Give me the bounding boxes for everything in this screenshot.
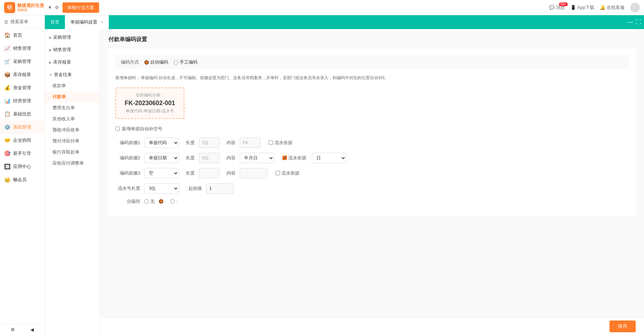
sub-item-adjustment[interactable]: 应收应付调整单 (45, 158, 100, 169)
sidebar-item-management[interactable]: 📊 经营管理 (0, 94, 45, 108)
sep-none-radio[interactable] (144, 199, 149, 204)
sub-header-purchase-label: 采购管理 (53, 34, 71, 40)
collapse-icon[interactable]: ◀ (30, 327, 34, 332)
sidebar-item-member[interactable]: 👑 畅会员 (0, 173, 45, 186)
stream2-unit-select[interactable]: 日 (312, 153, 346, 163)
sep-dot-radio[interactable] (170, 199, 175, 204)
separator-row: 分隔符 无 · · (115, 198, 629, 205)
sidebar-item-basic[interactable]: 📋 基础信息 (0, 108, 45, 121)
settings-bottom-icon[interactable]: ⚙ (11, 327, 15, 332)
auto-code-option[interactable]: 自动编码 (144, 59, 168, 65)
purchase-icon: 🛒 (4, 58, 10, 65)
arrow-sales: ▶ (49, 48, 52, 52)
sub-item-other-income[interactable]: 其他收入单 (45, 113, 100, 124)
sidebar-item-apps[interactable]: 🔲 应用中心 (0, 160, 45, 173)
stream1-checkbox[interactable] (269, 140, 273, 145)
sub-header-purchase[interactable]: ▶ 采购管理 (45, 32, 100, 43)
basic-icon: 📋 (4, 111, 10, 117)
sub-item-payment[interactable]: 付款单 (45, 91, 100, 102)
sub-header-funds-label: 资金往来 (54, 72, 72, 78)
settings-icon[interactable]: ⚙ (55, 5, 59, 10)
sidebar-item-purchase[interactable]: 🛒 采购管理 (0, 55, 45, 68)
sub-item-bank[interactable]: 银行存取款单 (45, 147, 100, 158)
search-menu-label: 搜索菜单 (10, 19, 28, 25)
length2-input (199, 153, 220, 163)
sub-item-expense[interactable]: 费用支出单 (45, 102, 100, 113)
sidebar-label-sales: 销售管理 (13, 45, 31, 52)
user-avatar[interactable] (630, 3, 640, 12)
tab-close-icon[interactable]: × (101, 20, 103, 25)
sub-item-pre-receivable[interactable]: 预收冲应收单 (45, 124, 100, 136)
content2-select[interactable]: 年月日 (240, 153, 274, 163)
search-menu[interactable]: ☰ 搜索菜单 (0, 15, 45, 29)
sub-group-funds: ▼ 资金往来 收款单 付款单 费用支出单 其他收入单 预收冲应收单 预付冲应付单… (45, 69, 100, 169)
prefix2-label: 编码前缀2 (115, 155, 140, 161)
auto-code-radio[interactable] (144, 60, 149, 65)
sidebar-label-inventory: 库存核算 (13, 72, 31, 78)
auto-fill-row: 新增单据自动补空号 (115, 126, 629, 132)
sales-icon: 📈 (4, 45, 10, 52)
manual-code-radio[interactable] (174, 60, 178, 65)
start-value-input[interactable] (206, 183, 234, 194)
sidebar-item-inventory[interactable]: 📦 库存核算 (0, 68, 45, 81)
tab-maximize-icon[interactable]: ⛶ (636, 19, 641, 25)
download-icon: 📱 (570, 5, 576, 10)
stream3-checkbox[interactable] (276, 171, 280, 175)
experience-button[interactable]: 体验行业方案 (63, 2, 99, 13)
sub-header-sales[interactable]: ▶ 销售管理 (45, 44, 100, 55)
prefix3-row: 编码前缀3 空 长度 内容 流水依据 (115, 168, 629, 178)
tab-coding-settings[interactable]: 单据编码设置 × (65, 15, 109, 29)
prefix1-select[interactable]: 单据代码 (144, 138, 179, 148)
content3-input[interactable] (240, 168, 267, 178)
search-icon: ☰ (4, 19, 8, 25)
sidebar-label-member: 畅会员 (13, 177, 27, 183)
app-download-label: App下载 (577, 4, 594, 11)
save-button[interactable]: 保存 (609, 320, 636, 332)
sub-item-pre-payable[interactable]: 预付冲应付单 (45, 136, 100, 147)
tab-home-label: 首页 (50, 19, 59, 25)
tab-bar: 首页 单据编码设置 × — ⛶ (45, 15, 644, 29)
sidebar-label-home: 首页 (13, 32, 22, 38)
finance-icon: 💰 (4, 85, 10, 91)
sidebar-item-home[interactable]: 🏠 首页 (0, 29, 45, 42)
sidebar-label-basic: 基础信息 (13, 111, 31, 117)
sidebar-item-guide[interactable]: 🎯 新手引导 (0, 147, 45, 160)
messages-badge: 99+ (559, 2, 568, 6)
messages-item[interactable]: 💬 消息 99+ (549, 4, 565, 11)
stream3-label: 流水依据 (281, 170, 299, 176)
stream2-checkbox[interactable] (282, 156, 287, 160)
online-service-item[interactable]: 🔔 在线客服 (600, 4, 625, 11)
sep-none-label: 无 (150, 198, 155, 205)
tab-minimize-icon[interactable]: — (627, 19, 633, 25)
sub-sidebar: ▶ 采购管理 ▶ 销售管理 ▶ 库存核算 (45, 29, 100, 335)
sidebar-item-collab[interactable]: 🤝 企业协同 (0, 134, 45, 147)
sub-item-receipt[interactable]: 收款单 (45, 80, 100, 91)
message-icon: 💬 (549, 5, 555, 10)
manual-code-option[interactable]: 手工编码 (174, 59, 198, 65)
tab-home[interactable]: 首页 (45, 15, 65, 29)
sidebar-item-system[interactable]: ⚙️ 系统管理 (0, 121, 45, 134)
prefix2-select[interactable]: 单据日期 (144, 153, 179, 163)
stream1-label: 流水依据 (275, 140, 292, 146)
apps-icon: 🔲 (4, 164, 10, 170)
nav-dropdown-arrow[interactable]: ▼ (48, 5, 52, 10)
content2-label: 内容 (227, 155, 236, 161)
sidebar-item-finance[interactable]: 💰 资金管理 (0, 81, 45, 94)
right-panel: 付款单编码设置 编码方式 自动编码 手工编码 (100, 29, 644, 335)
sep-dash-radio[interactable] (159, 199, 163, 204)
app-download-item[interactable]: 📱 App下载 (570, 4, 594, 11)
prefix3-select[interactable]: 空 (144, 168, 179, 178)
serial-length-select[interactable]: 3位 (144, 183, 179, 194)
length3-input[interactable] (199, 168, 220, 178)
sep-dash-option[interactable]: · (159, 199, 166, 204)
content-area: 首页 单据编码设置 × — ⛶ ▶ 采购管理 (45, 15, 644, 335)
sep-dot-option[interactable]: · (170, 199, 177, 204)
topbar-right: 💬 消息 99+ 📱 App下载 🔔 在线客服 (549, 3, 640, 12)
sep-none-option[interactable]: 无 (144, 198, 155, 205)
auto-fill-checkbox[interactable] (115, 127, 120, 131)
sidebar-label-system: 系统管理 (13, 124, 31, 130)
sidebar-item-sales[interactable]: 📈 销售管理 (0, 42, 45, 55)
sub-header-inventory[interactable]: ▶ 库存核算 (45, 57, 100, 68)
sub-header-funds[interactable]: ▼ 资金往来 (45, 69, 100, 80)
inner-layout: ▶ 采购管理 ▶ 销售管理 ▶ 库存核算 (45, 29, 644, 335)
